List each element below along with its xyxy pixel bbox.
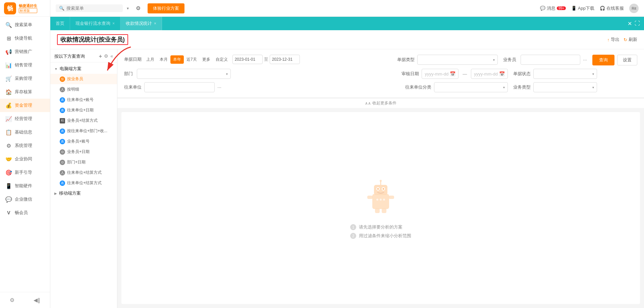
form-row-3: 往来单位 ··· 往来单位分类 — [124, 82, 637, 92]
scheme-item-dept-date[interactable]: ⊙ 部门+日期 — [50, 157, 117, 167]
scheme-add-btn[interactable]: + — [99, 53, 102, 59]
doc-status-field: 单据状态 ▾ — [513, 69, 597, 79]
sidebar-item-label: 智能硬件 — [15, 183, 32, 189]
search-chevron-icon[interactable]: ▾ — [127, 6, 129, 11]
setting-btn[interactable]: 设置 — [617, 55, 637, 65]
scheme-settings-btn[interactable]: ⚙ — [104, 53, 108, 59]
scheme-item-salesperson-date[interactable]: ⊙ 业务员+日期 — [50, 147, 117, 157]
review-date-label: 审核日期 — [401, 71, 419, 77]
main-area: 🔍 ▾ ⚙ 体验行业方案 💬 消息 99+ 📱 App下载 🎧 在线客服 Rit — [50, 0, 644, 308]
query-btn[interactable]: 查询 — [592, 55, 614, 65]
date-btn-more[interactable]: 更多 — [200, 55, 213, 64]
settings-btn[interactable]: ⚙ — [133, 3, 144, 14]
date-btn-this-month[interactable]: 本月 — [157, 55, 170, 64]
date-to-input[interactable] — [270, 55, 300, 64]
scheme-group-desktop-header[interactable]: ▼ 电脑端方案 — [50, 64, 117, 74]
tab-collection[interactable]: 收款情况统计 × — [120, 17, 162, 30]
sidebar-item-purchase[interactable]: 🛒 采购管理 — [0, 72, 50, 85]
sidebar: 畅 畅捷通好生 标准版 🔍 搜索菜单 ⊞ 快捷导航 📢 营销推广 📊 销售管理 … — [0, 0, 50, 308]
scheme-header: 按以下方案查询 + ⚙ « — [50, 49, 117, 62]
doc-status-select[interactable]: ▾ — [533, 69, 597, 79]
sidebar-item-marketing[interactable]: 📢 营销推广 — [0, 45, 50, 58]
chevron-down-icon: ▾ — [493, 58, 495, 62]
scheme-item-icon: 表 — [60, 129, 65, 134]
date-btn-this-year[interactable]: 本年 — [170, 55, 184, 64]
collapse-more-btn[interactable]: ∧∧ 收起更多条件 — [117, 98, 644, 108]
empty-state: 1 请先选择要分析的方案 2 用过滤条件来缩小分析范围 — [121, 112, 640, 304]
scheme-item-partner-account[interactable]: 表 往来单位+账号 — [50, 95, 117, 105]
partner-input[interactable] — [144, 82, 215, 92]
group-expand-icon: ▼ — [54, 67, 58, 71]
scheme-item-by-salesperson[interactable]: 按 按业务员 — [50, 74, 117, 84]
sidebar-item-label: 企业协同 — [15, 156, 32, 162]
empty-tip-2: 2 用过滤条件来缩小分析范围 — [350, 233, 411, 239]
tab-close-all-icon[interactable]: ✕ — [628, 20, 632, 27]
user-avatar[interactable]: Rit — [629, 4, 639, 13]
scheme-item-partner-settle1[interactable]: 人 往来单位+结算方式 — [50, 167, 117, 178]
scheme-item-salesperson-account[interactable]: 表 业务员+账号 — [50, 136, 117, 147]
partner-category-select[interactable]: ▾ — [434, 82, 508, 92]
scheme-item-partner-date[interactable]: 表 往来单位+日期 — [50, 105, 117, 115]
sidebar-item-operation[interactable]: 📈 经营管理 — [0, 112, 50, 125]
sidebar-item-basic[interactable]: 📋 基础信息 — [0, 125, 50, 139]
doc-type-select[interactable]: ▾ — [417, 55, 498, 65]
sidebar-collapse-btn[interactable]: ◀‖ — [30, 295, 44, 305]
tab-collection-close[interactable]: × — [154, 21, 156, 26]
review-date-to-placeholder: yyyy-mm-dd — [474, 71, 498, 76]
tab-bank-close[interactable]: × — [112, 21, 115, 26]
review-date-to[interactable]: yyyy-mm-dd 📅 — [471, 69, 508, 79]
tab-home[interactable]: 首页 — [50, 17, 70, 30]
chevron-up-icon: ∧∧ — [365, 101, 371, 106]
salesperson-input[interactable] — [521, 55, 580, 65]
partner-more-btn[interactable]: ··· — [217, 85, 221, 90]
trial-btn[interactable]: 体验行业方案 — [148, 3, 184, 13]
scheme-item-salesperson-settle[interactable]: 柱 业务员+结算方式 — [50, 115, 117, 126]
date-dash: — — [461, 71, 468, 76]
scheme-item-partner-settle2[interactable]: 表 往来单位+结算方式 — [50, 178, 117, 188]
date-btn-custom[interactable]: 自定义 — [213, 55, 230, 64]
biz-type-select[interactable]: ▾ — [533, 82, 597, 92]
sidebar-item-search[interactable]: 🔍 搜索菜单 — [0, 18, 50, 32]
app-download-btn[interactable]: 📱 App下载 — [571, 5, 594, 11]
sidebar-settings-btn[interactable]: ⚙ — [6, 295, 18, 305]
review-date-from-placeholder: yyyy-mm-dd — [425, 71, 448, 76]
sidebar-item-finance[interactable]: 💰 资金管理 — [0, 99, 50, 112]
sidebar-item-sales[interactable]: 📊 销售管理 — [0, 58, 50, 72]
date-btn-prev-month[interactable]: 上月 — [144, 55, 157, 64]
page-actions: ↑ 导出 ↻ 刷新 — [607, 37, 638, 43]
sidebar-item-label: 新手引导 — [15, 169, 32, 175]
group-label: 电脑端方案 — [60, 66, 82, 72]
sidebar-item-inventory[interactable]: 🏠 库存核算 — [0, 85, 50, 99]
sidebar-item-hardware[interactable]: 📱 智能硬件 — [0, 179, 50, 193]
date-btn-last7[interactable]: 近7天 — [184, 55, 200, 64]
query-form: 单据日期 上月 本月 本年 近7天 更多 自定义 至 — [117, 49, 644, 98]
refresh-btn[interactable]: ↻ 刷新 — [624, 37, 637, 43]
scheme-item-icon: 表 — [60, 139, 65, 144]
date-from-input[interactable] — [232, 55, 263, 64]
sidebar-item-label: 快捷导航 — [15, 35, 32, 41]
online-service-btn[interactable]: 🎧 在线客服 — [600, 5, 624, 11]
search-input[interactable] — [66, 6, 107, 11]
sidebar-item-quick-nav[interactable]: ⊞ 快捷导航 — [0, 32, 50, 45]
dept-select[interactable]: ▾ — [137, 69, 231, 79]
scheme-collapse-btn[interactable]: « — [110, 53, 113, 59]
sidebar-item-member[interactable]: V 畅会员 — [0, 206, 50, 219]
salesperson-more-btn[interactable]: ··· — [583, 57, 587, 62]
svg-point-5 — [383, 188, 384, 190]
export-btn[interactable]: ↑ 导出 — [607, 37, 620, 43]
tip-text-1: 请先选择要分析的方案 — [359, 224, 402, 230]
scheme-item-partner-dept[interactable]: 表 按往来单位+部门+收... — [50, 126, 117, 136]
sidebar-item-enterprise[interactable]: 🤝 企业协同 — [0, 152, 50, 166]
messages-btn[interactable]: 💬 消息 99+ — [540, 5, 566, 11]
tab-fullscreen-icon[interactable]: ⛶ — [635, 20, 640, 27]
scheme-group-mobile: ▶ 移动端方案 — [50, 188, 117, 198]
sidebar-item-wechat[interactable]: 💬 企业微信 — [0, 193, 50, 206]
tab-bank[interactable]: 现金银行流水查询 × — [70, 17, 120, 30]
scheme-group-mobile-header[interactable]: ▶ 移动端方案 — [50, 188, 117, 198]
sidebar-item-system[interactable]: ⚙ 系统管理 — [0, 139, 50, 152]
review-date-from[interactable]: yyyy-mm-dd 📅 — [422, 69, 459, 79]
refresh-icon: ↻ — [624, 37, 627, 42]
sidebar-item-guide[interactable]: 🎯 新手引导 — [0, 166, 50, 179]
scheme-item-by-detail[interactable]: 人 按明细 — [50, 84, 117, 95]
sales-icon: 📊 — [5, 62, 12, 68]
